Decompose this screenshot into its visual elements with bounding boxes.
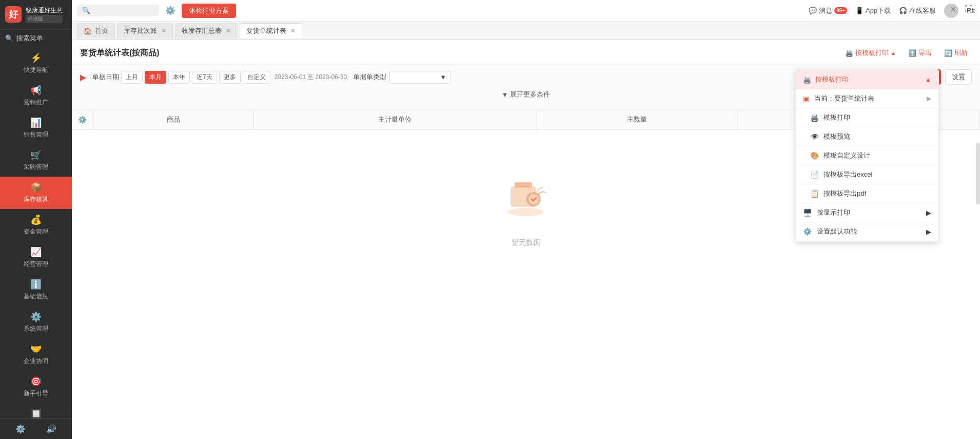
filter-type: 单据单类型 ▼ [353, 71, 451, 84]
system-icon: ⚙️ [30, 311, 42, 322]
expand-chevron-icon: ▼ [502, 91, 508, 99]
tab-order-stats[interactable]: 要货单统计表 ✕ [240, 23, 302, 39]
dropdown-arrow-icon: ▼ [440, 73, 446, 81]
template-design-icon: 🎨 [810, 151, 818, 160]
page-title: 要货单统计表(按商品) [80, 48, 160, 59]
date-btn-7days[interactable]: 近7天 [192, 71, 217, 84]
refresh-btn[interactable]: 🔄 刷新 [940, 46, 972, 60]
close-tab-receive-summary[interactable]: ✕ [226, 27, 231, 34]
dropdown-display-print[interactable]: 🖥️ 按显示打印 ▶ [796, 203, 938, 222]
app-download-label: App下载 [866, 6, 891, 15]
export-btn[interactable]: ⬆️ 导出 [904, 46, 936, 60]
template-preview-icon: 👁️ [810, 132, 818, 141]
finance-icon: 💰 [30, 214, 42, 225]
dropdown-template-print[interactable]: 🖨️ 模板打印 [796, 108, 938, 127]
filter-settings-btn[interactable]: 设置 [945, 69, 972, 85]
printer-icon: 🖨️ [845, 49, 853, 57]
dropdown-header-left: 🖨️ 按模板打印 [803, 75, 849, 84]
tab-inventory-batch[interactable]: 库存批次账 ✕ [117, 23, 173, 39]
purchase-icon: 🛒 [30, 149, 42, 161]
dropdown-template-preview[interactable]: 👁️ 模板预览 [796, 127, 938, 146]
sidebar-item-finance[interactable]: 💰 资金管理 [0, 209, 72, 241]
sidebar-item-inventory[interactable]: 📦 库存核算 [0, 177, 72, 209]
sidebar-item-guide[interactable]: 🎯 新手引导 [0, 371, 72, 403]
date-filter-label: 单据日期 [92, 72, 119, 82]
close-tab-order-stats[interactable]: ✕ [290, 27, 296, 34]
type-filter-select[interactable]: ▼ [389, 71, 451, 84]
sidebar-item-operations[interactable]: 📈 经营管理 [0, 241, 72, 274]
sidebar-item-label: 基础信息 [24, 292, 48, 301]
sidebar-logo: 好 畅康通好生意 标准版 [0, 0, 72, 30]
print-template-label: 按模板打印 [855, 48, 889, 58]
dropdown-export-excel[interactable]: 📄 按模板导出excel [796, 165, 938, 184]
app-name: 畅康通好生意 [26, 6, 63, 15]
shortcuts-icon: ⚡ [30, 52, 42, 64]
display-print-label: 按显示打印 [817, 208, 850, 217]
app-logo-icon: 好 [5, 6, 22, 23]
dropdown-template-design[interactable]: 🎨 模板自定义设计 [796, 146, 938, 165]
basic-info-icon: ℹ️ [30, 279, 42, 290]
sidebar-item-sales[interactable]: 📊 销售管理 [0, 112, 72, 144]
date-btn-custom[interactable]: 自定义 [243, 71, 270, 84]
print-template-btn[interactable]: 🖨️ 按模板打印 ▲ [841, 46, 900, 60]
app-download-item[interactable]: 📱 App下载 [855, 6, 891, 15]
topbar-search-box[interactable]: 🔍 [77, 5, 159, 16]
tab-receive-summary[interactable]: 收发存汇总表 ✕ [175, 23, 238, 39]
page-scrollbar[interactable] [976, 143, 980, 204]
expand-conditions-btn[interactable]: ▼ 展开更多条件 [496, 87, 557, 102]
sidebar-item-app-center[interactable]: 🔲 应用中心 [0, 403, 72, 418]
refresh-label: 刷新 [954, 48, 968, 58]
table-gear-icon[interactable]: ⚙️ [78, 116, 87, 124]
operations-icon: 📈 [30, 246, 42, 258]
messages-badge: 99+ [834, 7, 847, 14]
sidebar-item-basic-info[interactable]: ℹ️ 基础信息 [0, 274, 72, 306]
speaker-icon[interactable]: 🔊 [46, 424, 56, 434]
message-icon: 💬 [809, 7, 817, 14]
window-expand-icon[interactable]: ⛶ [963, 3, 975, 16]
dropdown-close-chevron[interactable]: ▲ [925, 76, 931, 83]
filter-toggle-icon[interactable]: ▶ [80, 72, 86, 82]
sidebar-item-system[interactable]: ⚙️ 系统管理 [0, 306, 72, 338]
tabs-bar: 🏠 首页 库存批次账 ✕ 收发存汇总表 ✕ 要货单统计表 ✕ ✕ ⛶ [72, 22, 980, 40]
excel-icon: 📄 [810, 170, 818, 179]
print-chevron-icon: ▲ [891, 50, 896, 56]
date-btn-more[interactable]: 更多 [219, 71, 241, 84]
dropdown-header[interactable]: 🖨️ 按模板打印 ▲ [796, 70, 938, 89]
sidebar-search-label: 搜索菜单 [16, 34, 43, 43]
date-btn-this-month[interactable]: 本月 [145, 71, 166, 84]
date-btn-this-year[interactable]: 本年 [168, 71, 190, 84]
current-template-arrow: ▶ [927, 95, 931, 102]
date-filter: 单据日期 上月 本月 本年 近7天 更多 自定义 2023-06-01 至 20… [92, 71, 347, 84]
window-close-icon[interactable]: ✕ [948, 3, 958, 16]
dropdown-default-function[interactable]: ⚙️ 设置默认功能 ▶ [796, 222, 938, 241]
dropdown-export-pdf[interactable]: 📋 按模板导出pdf [796, 184, 938, 203]
tab-inventory-batch-label: 库存批次账 [124, 26, 157, 35]
close-tab-inventory-batch[interactable]: ✕ [161, 27, 166, 34]
sidebar-item-purchase[interactable]: 🛒 采购管理 [0, 144, 72, 177]
sidebar-item-label: 库存核算 [24, 195, 48, 204]
empty-text: 暂无数据 [512, 238, 540, 247]
messages-item[interactable]: 💬 消息 99+ [809, 6, 847, 15]
dropdown-printer-icon: 🖨️ [803, 76, 811, 84]
settings-gear-icon[interactable]: ⚙️ [15, 424, 26, 434]
print-dropdown: 🖨️ 按模板打印 ▲ ▣ 当前：要货单统计表 ▶ 🖨️ 模板打印 👁️ [795, 69, 939, 242]
online-service-item[interactable]: 🎧 在线客服 [899, 6, 936, 15]
tab-home[interactable]: 🏠 首页 [77, 23, 115, 39]
dropdown-current-template[interactable]: ▣ 当前：要货单统计表 ▶ [796, 89, 938, 108]
search-icon: 🔍 [5, 34, 13, 42]
default-function-left: ⚙️ 设置默认功能 [803, 227, 857, 236]
search-input[interactable] [93, 7, 145, 14]
sidebar-search[interactable]: 🔍 搜索菜单 [0, 30, 72, 47]
sidebar-item-enterprise[interactable]: 🤝 企业协同 [0, 338, 72, 371]
guide-icon: 🎯 [30, 376, 42, 387]
trial-btn[interactable]: 体验行业方案 [182, 4, 236, 18]
sidebar-item-marketing[interactable]: 📢 营销推广 [0, 80, 72, 112]
messages-label: 消息 [819, 6, 832, 15]
sidebar-item-label: 资金管理 [24, 227, 48, 236]
sidebar-item-shortcuts[interactable]: ⚡ 快捷导航 [0, 47, 72, 80]
col-settings[interactable]: ⚙️ [72, 110, 93, 130]
sidebar-item-label: 新手引导 [24, 389, 48, 398]
topbar-settings-icon[interactable]: ⚙️ [163, 4, 178, 17]
export-pdf-label: 按模板导出pdf [824, 189, 866, 198]
date-btn-last-month[interactable]: 上月 [121, 71, 143, 84]
